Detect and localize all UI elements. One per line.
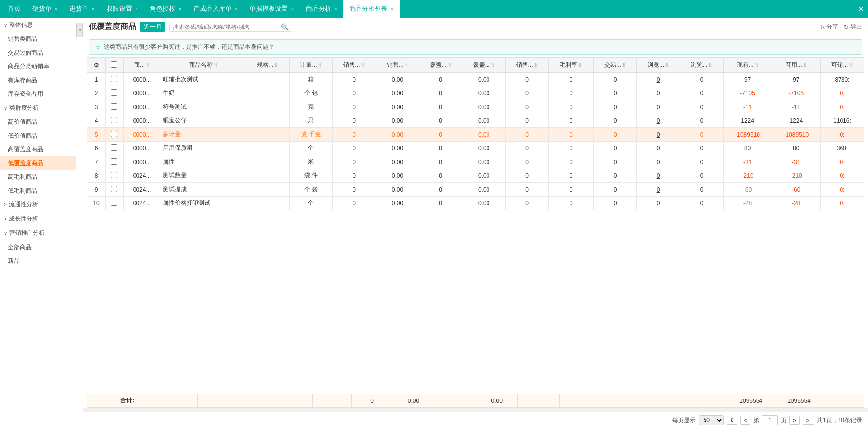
row-checkbox[interactable]: [106, 86, 124, 100]
sidebar-item-inventory-capital[interactable]: 库存资金占用: [0, 87, 76, 101]
sidebar-item-in-stock[interactable]: 有库存商品: [0, 73, 76, 87]
close-icon[interactable]: ×: [178, 6, 181, 12]
col-cover1[interactable]: 覆盖...⇅: [419, 58, 462, 73]
period-button[interactable]: 近一月: [140, 22, 165, 32]
close-icon[interactable]: ×: [235, 6, 238, 12]
col-sales-qty[interactable]: 销售...⇅: [332, 58, 376, 73]
col-transaction[interactable]: 交易...⇅: [594, 58, 637, 73]
nav-tab-template[interactable]: 单据模板设置 ×: [244, 0, 299, 18]
sidebar-item-low-coverage[interactable]: 低覆盖度商品: [0, 156, 76, 170]
page-size-select[interactable]: 20 50 100 200: [699, 415, 724, 425]
row-code: 0000...: [123, 155, 161, 169]
chevron-right-icon: >: [4, 216, 7, 222]
col-browse2[interactable]: 浏览...⇅: [680, 58, 723, 73]
col-sales3[interactable]: 销售...⇅: [506, 58, 549, 73]
sidebar-section-liquidity[interactable]: > 流通性分析: [0, 198, 76, 212]
row-sales3: 0: [506, 73, 549, 86]
sidebar-section-cluster[interactable]: ∨ 类群度分析: [0, 101, 76, 115]
row-browse1[interactable]: 0: [637, 197, 680, 210]
row-checkbox[interactable]: [106, 73, 124, 86]
row-browse1[interactable]: 0: [637, 155, 680, 169]
sidebar-item-low-margin[interactable]: 低毛利商品: [0, 184, 76, 198]
sidebar-collapse-button[interactable]: «: [76, 23, 83, 37]
nav-tab-sales[interactable]: 销货单 ×: [27, 0, 63, 18]
row-name: 符号测试: [161, 100, 246, 114]
col-unit[interactable]: 计量...⇅: [289, 58, 332, 73]
search-input[interactable]: [173, 24, 281, 30]
row-browse1[interactable]: 0: [637, 169, 680, 183]
horizontal-scrollbar[interactable]: [83, 408, 868, 412]
close-icon[interactable]: ×: [390, 6, 393, 12]
row-checkbox[interactable]: [106, 142, 124, 155]
row-transaction: 0: [594, 142, 637, 155]
data-table-container[interactable]: ⚙ 商...⇅ 商品名称⇅ 规格...⇅ 计量...⇅ 销售...⇅ 销售...…: [83, 57, 868, 394]
close-icon[interactable]: ×: [54, 6, 57, 12]
nav-tab-product-analysis[interactable]: 商品分析 ×: [300, 0, 343, 18]
sidebar-item-category-sales-rate[interactable]: 商品分类动销率: [0, 59, 76, 73]
sidebar-item-high-margin[interactable]: 高毛利商品: [0, 170, 76, 184]
sidebar-item-all-goods[interactable]: 全部商品: [0, 240, 76, 254]
col-name[interactable]: 商品名称⇅: [161, 58, 246, 73]
nav-tab-roles[interactable]: 角色授权 ×: [144, 0, 187, 18]
row-checkbox[interactable]: [106, 155, 124, 169]
row-checkbox[interactable]: [106, 183, 124, 197]
col-spec[interactable]: 规格...⇅: [246, 58, 289, 73]
row-checkbox[interactable]: [106, 114, 124, 128]
row-browse1[interactable]: 0: [637, 100, 680, 114]
sidebar-item-high-value[interactable]: 高价值商品: [0, 115, 76, 129]
chevron-right-icon: >: [4, 202, 7, 207]
row-checkbox[interactable]: [106, 197, 124, 210]
row-name: 眠宝公仔: [161, 114, 246, 128]
row-sales3: 0: [506, 197, 549, 210]
sidebar-item-high-coverage[interactable]: 高覆盖度商品: [0, 143, 76, 156]
row-current: -60: [723, 183, 772, 197]
nav-tab-purchase[interactable]: 进货单 ×: [63, 0, 100, 18]
row-browse1[interactable]: 0: [637, 142, 680, 155]
share-button[interactable]: ⎘ 分享: [821, 23, 838, 31]
row-browse1[interactable]: 0: [637, 114, 680, 128]
window-close-button[interactable]: ✕: [858, 4, 864, 14]
sidebar-item-sales-goods[interactable]: 销售类商品: [0, 32, 76, 46]
nav-tab-finished-goods[interactable]: 产成品入库单 ×: [188, 0, 244, 18]
row-checkbox[interactable]: [106, 128, 124, 142]
row-checkbox[interactable]: [106, 169, 124, 183]
nav-tab-home[interactable]: 首页: [2, 0, 27, 18]
col-available[interactable]: 可用...⇅: [772, 58, 820, 73]
nav-tab-product-analysis-list[interactable]: 商品分析列表 ×: [343, 0, 399, 18]
nav-tab-permissions[interactable]: 权限设置 ×: [101, 0, 144, 18]
col-browse1[interactable]: 浏览...⇅: [637, 58, 680, 73]
page-number-input[interactable]: [762, 415, 778, 425]
col-sales-amt[interactable]: 销售...⇅: [376, 58, 419, 73]
col-code[interactable]: 商...⇅: [123, 58, 161, 73]
close-icon[interactable]: ×: [291, 6, 294, 12]
sidebar-section-growth[interactable]: > 成长性分析: [0, 212, 76, 226]
row-checkbox[interactable]: [106, 100, 124, 114]
select-all-checkbox[interactable]: [111, 61, 117, 68]
row-browse1[interactable]: 0: [637, 183, 680, 197]
row-browse1[interactable]: 0: [637, 128, 680, 142]
sidebar-section-overall[interactable]: ∨ 整体信息: [0, 18, 76, 32]
col-current[interactable]: 现有...⇅: [723, 58, 772, 73]
row-browse1[interactable]: 0: [637, 73, 680, 86]
sidebar-item-low-value[interactable]: 低价值商品: [0, 129, 76, 143]
col-gross-margin[interactable]: 毛利率⇅: [549, 58, 594, 73]
row-transaction: 0: [594, 169, 637, 183]
first-page-button[interactable]: K: [727, 416, 737, 425]
close-icon[interactable]: ×: [135, 6, 138, 12]
sidebar-item-new-goods[interactable]: 新品: [0, 254, 76, 268]
row-saleable: 11016:: [820, 114, 864, 128]
col-saleable[interactable]: 可销...⇅: [820, 58, 864, 73]
col-checkbox[interactable]: [106, 58, 124, 73]
next-page-button[interactable]: >: [789, 416, 799, 425]
prev-page-button[interactable]: <: [740, 416, 750, 425]
close-icon[interactable]: ×: [91, 6, 94, 12]
search-icon[interactable]: 🔍: [281, 23, 289, 30]
close-icon[interactable]: ×: [334, 6, 337, 12]
row-browse1[interactable]: 0: [637, 86, 680, 100]
sidebar-section-marketing[interactable]: ∨ 营销推广分析: [0, 226, 76, 240]
last-page-button[interactable]: >|: [803, 416, 814, 425]
sidebar-item-traded-goods[interactable]: 交易过的商品: [0, 46, 76, 59]
export-button[interactable]: ↻ 导出: [844, 23, 862, 31]
col-cover2[interactable]: 覆盖...⇅: [462, 58, 506, 73]
col-settings[interactable]: ⚙: [87, 58, 106, 73]
